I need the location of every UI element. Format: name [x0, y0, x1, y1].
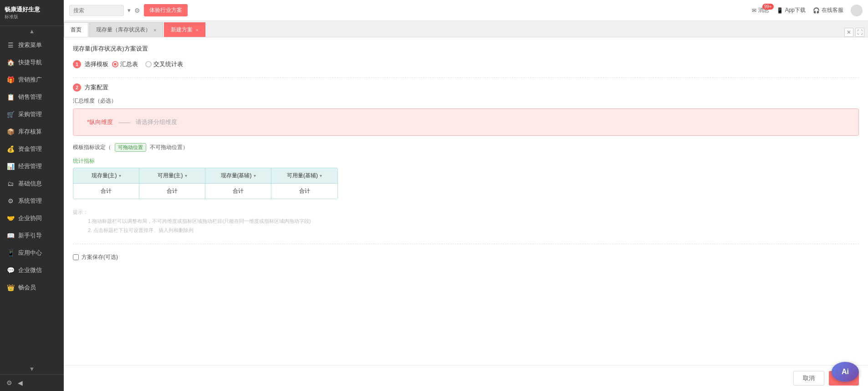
- main-area: ▾ ⚙ 体验行业方案 ✉ 消息 99+ 📱 App下载 🎧 在线客服 首页: [64, 0, 868, 391]
- sidebar-label-sales: 销售管理: [18, 93, 42, 101]
- footer-bar: 取消 查询: [64, 365, 868, 391]
- app-download-icon: 📱: [776, 7, 783, 14]
- panel-expand-btn[interactable]: ⛶: [855, 28, 864, 37]
- sidebar-label-system: 系统管理: [18, 197, 42, 205]
- sidebar-scroll-down[interactable]: ▼: [0, 364, 64, 374]
- sidebar-footer: ⚙ ◀: [0, 374, 64, 391]
- col-2-chevron[interactable]: ▾: [254, 173, 256, 178]
- sidebar-item-inventory[interactable]: 📦库存核算: [0, 123, 64, 140]
- app-download-badge[interactable]: 📱 App下载: [776, 6, 806, 14]
- stats-table-header: 现存量(主) ▾ 合计 可用量(主) ▾ 合计: [73, 168, 337, 199]
- experience-btn[interactable]: 体验行业方案: [144, 4, 188, 16]
- sidebar-item-purchase[interactable]: 🛒采购管理: [0, 106, 64, 123]
- ai-button[interactable]: Ai: [832, 362, 859, 382]
- tab-new-plan[interactable]: 新建方案 ×: [164, 22, 205, 37]
- template-radio-group: 汇总表 交叉统计表: [112, 60, 183, 68]
- search-dropdown-icon[interactable]: ▾: [128, 7, 131, 14]
- dimension-box[interactable]: *纵向维度 —— 请选择分组维度: [73, 108, 859, 136]
- collapse-icon[interactable]: ◀: [18, 379, 23, 386]
- sidebar-item-system[interactable]: ⚙系统管理: [0, 192, 64, 210]
- radio-cross[interactable]: 交叉统计表: [145, 60, 183, 68]
- col-0-label: 现存量(主): [92, 172, 117, 180]
- dim-dash: ——: [118, 119, 130, 126]
- sidebar-item-quick-nav[interactable]: 🏠快捷导航: [0, 54, 64, 71]
- sidebar-item-search-menu[interactable]: ☰搜索菜单: [0, 36, 64, 54]
- step2-badge: 2: [73, 83, 81, 92]
- tab-inventory-status[interactable]: 现存量（库存状况表） ×: [89, 22, 163, 37]
- col-1-chevron[interactable]: ▾: [185, 173, 187, 178]
- radio-cross-label: 交叉统计表: [153, 60, 183, 68]
- user-avatar[interactable]: [851, 5, 863, 16]
- sidebar-icon-marketing: 🎁: [6, 76, 15, 83]
- search-input[interactable]: [69, 5, 124, 16]
- dim-placeholder[interactable]: 请选择分组维度: [136, 118, 177, 126]
- tip-line-2: 2. 点击标题栏下拉可设置排序、插入列和删除列: [73, 226, 859, 235]
- tip-line-1: 1.拖动标题栏可以调整布局，不可跨维度或指标区域拖动栏目(只能在同一维度或指标区…: [73, 217, 859, 226]
- sidebar-label-inventory: 库存核算: [18, 128, 42, 136]
- sidebar-icon-system: ⚙: [6, 197, 15, 205]
- tips-section: 提示： 1.拖动标题栏可以调整布局，不可跨维度或指标区域拖动栏目(只能在同一维度…: [73, 208, 859, 235]
- message-badge[interactable]: ✉ 消息 99+: [752, 6, 769, 14]
- sidebar-icon-search-menu: ☰: [6, 41, 15, 49]
- settings-icon[interactable]: ⚙: [6, 379, 12, 386]
- col-2-label: 现存量(基辅): [221, 172, 252, 180]
- sidebar-icon-vip: 👑: [6, 284, 15, 291]
- radio-summary[interactable]: 汇总表: [112, 60, 138, 68]
- tip-num-2: 2.: [88, 227, 92, 233]
- app-download-label: App下载: [785, 6, 806, 14]
- sidebar-item-wechat[interactable]: 💬企业微信: [0, 262, 64, 279]
- app-logo: 畅康通好生意 标准版: [0, 0, 64, 26]
- sidebar-item-operations[interactable]: 📊经营管理: [0, 158, 64, 175]
- cancel-button[interactable]: 取消: [793, 371, 824, 386]
- sidebar-item-new-guide[interactable]: 📖新手引导: [0, 227, 64, 244]
- save-checkbox[interactable]: [73, 254, 79, 260]
- indicator-settings-row: 模板指标设定（ 可拖动位置 不可拖动位置）: [73, 143, 859, 152]
- online-service-badge[interactable]: 🎧 在线客服: [813, 6, 843, 14]
- sidebar-scroll-up[interactable]: ▲: [0, 26, 64, 36]
- col-0-chevron[interactable]: ▾: [119, 173, 121, 178]
- sidebar-label-wechat: 企业微信: [18, 266, 42, 274]
- sidebar-icon-cooperation: 🤝: [6, 215, 15, 222]
- sidebar-item-app-center[interactable]: 📱应用中心: [0, 244, 64, 262]
- sidebar-label-finance: 资金管理: [18, 145, 42, 153]
- tab-inventory-close-icon[interactable]: ×: [153, 27, 156, 33]
- sidebar-item-finance[interactable]: 💰资金管理: [0, 140, 64, 158]
- sidebar-item-marketing[interactable]: 🎁营销推广: [0, 71, 64, 88]
- sidebar-item-vip[interactable]: 👑畅会员: [0, 279, 64, 296]
- sidebar-label-marketing: 营销推广: [18, 76, 42, 84]
- sidebar-item-basic-info[interactable]: 🗂基础信息: [0, 175, 64, 192]
- sidebar-item-cooperation[interactable]: 🤝企业协同: [0, 210, 64, 227]
- stats-header-cell-3: 可用量(基辅) ▾: [271, 168, 337, 184]
- stats-header-cell-0: 现存量(主) ▾: [73, 168, 139, 184]
- panel-title: 现存量(库存状况表)方案设置: [73, 45, 859, 53]
- draggable-badge: 可拖动位置: [115, 143, 146, 152]
- panel-close-btn[interactable]: ✕: [844, 28, 853, 37]
- stats-body-cell-3: 合计: [271, 184, 337, 199]
- stats-col-2: 现存量(基辅) ▾ 合计: [205, 168, 271, 199]
- col-3-chevron[interactable]: ▾: [320, 173, 322, 178]
- sidebar-icon-inventory: 📦: [6, 128, 15, 135]
- sidebar-label-vip: 畅会员: [18, 283, 36, 292]
- topbar-right: ✉ 消息 99+ 📱 App下载 🎧 在线客服: [752, 5, 863, 16]
- sidebar-icon-finance: 💰: [6, 145, 15, 153]
- app-title: 畅康通好生意: [5, 5, 59, 14]
- sidebar-item-sales[interactable]: 📋销售管理: [0, 88, 64, 106]
- tabbar: 首页 现存量（库存状况表） × 新建方案 × ✕ ⛶: [64, 21, 868, 37]
- tab-home[interactable]: 首页: [64, 22, 88, 37]
- indicator-settings-label: 模板指标设定（: [73, 144, 111, 151]
- tip-num-1: 1.: [88, 218, 92, 224]
- step1-section: 1 选择模板 汇总表 交叉统计表: [73, 60, 859, 68]
- settings-gear-icon[interactable]: ⚙: [134, 7, 140, 14]
- sidebar-icon-purchase: 🛒: [6, 111, 15, 118]
- radio-summary-label: 汇总表: [120, 60, 138, 68]
- step1-label: 选择模板: [85, 60, 108, 68]
- sidebar-icon-operations: 📊: [6, 163, 15, 170]
- sidebar-label-cooperation: 企业协同: [18, 214, 42, 222]
- indicator-settings-sep: 不可拖动位置）: [150, 144, 188, 151]
- tab-new-plan-close-icon[interactable]: ×: [195, 27, 198, 33]
- radio-summary-dot: [112, 61, 118, 67]
- radio-cross-dot: [145, 61, 152, 67]
- sidebar-icon-quick-nav: 🏠: [6, 59, 15, 66]
- sidebar-nav: ☰搜索菜单🏠快捷导航🎁营销推广📋销售管理🛒采购管理📦库存核算💰资金管理📊经营管理…: [0, 36, 64, 364]
- step1-header: 1 选择模板 汇总表 交叉统计表: [73, 60, 859, 68]
